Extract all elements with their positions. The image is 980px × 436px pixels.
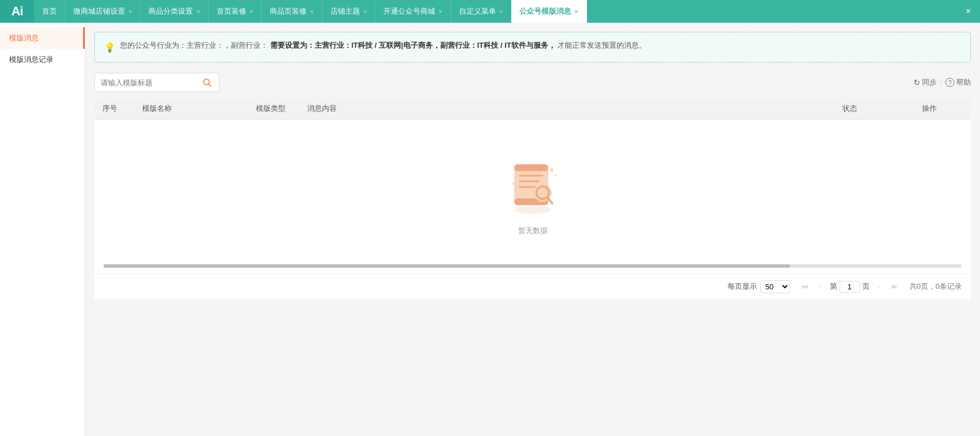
- tab-store-theme[interactable]: 店铺主题 ×: [322, 0, 375, 23]
- tab-custom-menu-label: 自定义菜单: [459, 6, 496, 16]
- page-size-label: 每页显示: [727, 281, 757, 292]
- scrollbar-area: [94, 259, 971, 273]
- tab-custom-menu[interactable]: 自定义菜单 ×: [451, 0, 511, 23]
- help-button[interactable]: ? 帮助: [945, 77, 971, 88]
- main-layout: 模版消息 模版消息记录 💡 您的公众号行业为：主营行业：，副营行业： 需要设置为…: [0, 23, 980, 436]
- prev-page-button[interactable]: ‹: [814, 280, 828, 293]
- notice-text: 您的公众号行业为：主营行业：，副营行业： 需要设置为：主营行业：IT科技 / 互…: [120, 39, 646, 52]
- svg-line-11: [548, 198, 552, 204]
- bulb-icon: 💡: [104, 40, 115, 55]
- tab-store-settings-close[interactable]: ×: [129, 8, 132, 15]
- empty-state: 暂无数据: [94, 120, 971, 259]
- total-info: 共0页，0条记录: [909, 281, 962, 292]
- close-all-button[interactable]: ×: [957, 6, 980, 16]
- tab-product-decor-close[interactable]: ×: [310, 8, 313, 15]
- tab-category-settings[interactable]: 商品分类设置 ×: [140, 0, 208, 23]
- sidebar-item-template-msg-label: 模版消息: [9, 34, 39, 42]
- tab-store-settings-label: 微商城店铺设置: [73, 6, 125, 16]
- notice-text-highlight: 需要设置为：主营行业：IT科技 / 互联网|电子商务，副营行业：IT科技 / I…: [270, 41, 556, 49]
- svg-point-2: [515, 206, 551, 214]
- col-name: 模版名称: [134, 98, 248, 120]
- search-box: [94, 73, 220, 92]
- tab-open-mall-label: 开通公众号商城: [383, 6, 435, 16]
- search-input[interactable]: [95, 75, 197, 90]
- data-table: 序号 模版名称 模版类型 消息内容 状态 操作: [94, 98, 971, 120]
- tab-open-mall-close[interactable]: ×: [439, 8, 442, 15]
- tab-template-msg-close[interactable]: ×: [574, 8, 578, 15]
- sidebar: 模版消息 模版消息记录: [0, 23, 85, 436]
- scrollbar-track[interactable]: [104, 264, 962, 268]
- svg-line-1: [209, 84, 211, 86]
- tab-product-decor-label: 商品页装修: [270, 6, 307, 16]
- app-logo: Ai: [0, 0, 34, 23]
- tab-home[interactable]: 首页: [34, 0, 65, 23]
- last-page-button[interactable]: ⏭: [888, 280, 902, 293]
- topbar: Ai 首页 微商城店铺设置 × 商品分类设置 × 首页装修 × 商品页装修 × …: [0, 0, 980, 23]
- sidebar-item-template-msg-record-label: 模版消息记录: [9, 55, 53, 64]
- sync-label: 同步: [922, 77, 937, 88]
- pagination: 每页显示 50 20 100 ⏮ ‹ 第 页 ›: [94, 273, 971, 299]
- tab-store-theme-close[interactable]: ×: [363, 8, 367, 15]
- first-page-button[interactable]: ⏮: [798, 280, 812, 293]
- svg-rect-4: [514, 164, 548, 171]
- page-navigation: ⏮ ‹ 第 页 › ⏭: [798, 280, 902, 293]
- tab-custom-menu-close[interactable]: ×: [499, 8, 503, 15]
- tab-open-mall[interactable]: 开通公众号商城 ×: [375, 0, 450, 23]
- table-container: 序号 模版名称 模版类型 消息内容 状态 操作: [94, 98, 971, 299]
- toolbar-right: ↻ 同步 | ? 帮助: [913, 77, 971, 88]
- page-number-input[interactable]: [840, 281, 860, 293]
- sidebar-item-template-msg[interactable]: 模版消息: [0, 27, 85, 49]
- sync-icon: ↻: [913, 78, 920, 87]
- toolbar: ↻ 同步 | ? 帮助: [94, 73, 971, 92]
- help-label: 帮助: [956, 77, 971, 88]
- help-circle-icon: ?: [945, 78, 954, 87]
- page-label-before: 第: [830, 281, 837, 292]
- tab-template-msg-label: 公众号模版消息: [519, 6, 571, 16]
- content-area: 💡 您的公众号行业为：主营行业：，副营行业： 需要设置为：主营行业：IT科技 /…: [85, 23, 980, 436]
- empty-text: 暂无数据: [518, 226, 548, 236]
- next-page-button[interactable]: ›: [872, 280, 886, 293]
- col-action: 操作: [914, 98, 971, 120]
- tab-category-settings-close[interactable]: ×: [196, 8, 200, 15]
- tab-template-msg[interactable]: 公众号模版消息 ×: [511, 0, 586, 23]
- tab-home-decor-label: 首页装修: [217, 6, 246, 16]
- tab-home-label: 首页: [42, 6, 57, 16]
- page-size-dropdown[interactable]: 50 20 100: [760, 280, 790, 293]
- col-type: 模版类型: [248, 98, 299, 120]
- page-input-group: 第 页: [830, 281, 870, 293]
- notice-text-suffix: 才能正常发送预置的消息。: [557, 41, 646, 49]
- scrollbar-thumb[interactable]: [104, 264, 790, 268]
- svg-point-13: [555, 175, 557, 177]
- notice-text-prefix: 您的公众号行业为：主营行业：，副营行业：: [120, 41, 268, 49]
- empty-icon: [502, 154, 564, 217]
- page-label-after: 页: [862, 281, 870, 292]
- search-icon: [203, 78, 212, 87]
- col-content: 消息内容: [299, 98, 834, 120]
- tab-store-theme-label: 店铺主题: [330, 6, 360, 16]
- sidebar-item-template-msg-record[interactable]: 模版消息记录: [0, 49, 85, 70]
- search-button[interactable]: [197, 73, 217, 92]
- svg-point-14: [511, 182, 514, 185]
- tab-product-decor[interactable]: 商品页装修 ×: [262, 0, 322, 23]
- toolbar-divider: |: [940, 78, 942, 87]
- notice-box: 💡 您的公众号行业为：主营行业：，副营行业： 需要设置为：主营行业：IT科技 /…: [94, 32, 971, 63]
- tab-home-decor-close[interactable]: ×: [250, 8, 253, 15]
- col-status: 状态: [834, 98, 914, 120]
- tab-home-decor[interactable]: 首页装修 ×: [209, 0, 262, 23]
- tab-store-settings[interactable]: 微商城店铺设置 ×: [65, 0, 140, 23]
- tab-category-settings-label: 商品分类设置: [148, 6, 193, 16]
- sync-button[interactable]: ↻ 同步: [913, 77, 937, 88]
- svg-point-12: [550, 168, 553, 172]
- col-index: 序号: [94, 98, 134, 120]
- page-size-select: 每页显示 50 20 100: [727, 280, 790, 293]
